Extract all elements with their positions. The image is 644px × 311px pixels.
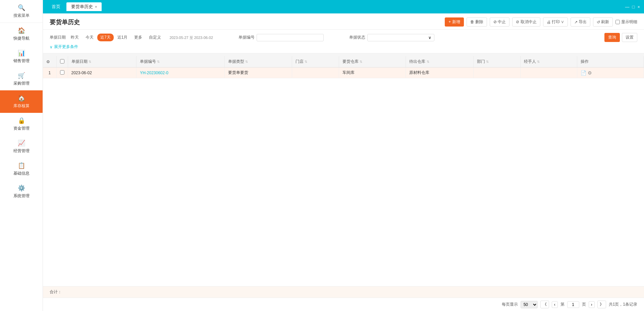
topbar-right-actions: — □ × [625, 4, 640, 9]
inventory-icon: 🏠 [18, 94, 25, 102]
date-filter-label: 单据日期 [50, 35, 66, 40]
row-department [473, 68, 520, 78]
date-btn-1month[interactable]: 近1月 [114, 34, 131, 41]
th-bill-no-label: 单据编号 [140, 59, 156, 64]
per-page-select[interactable]: 20 50 100 200 [521, 301, 538, 308]
sort-icon-req-warehouse: ⇅ [360, 60, 362, 63]
close-tab-icon[interactable]: × [95, 5, 97, 9]
expand-more-btn[interactable]: ∨ 展开更多条件 [50, 44, 637, 50]
th-pending-warehouse[interactable]: 待出仓库 ⇅ [406, 56, 473, 68]
filter-bill-no: 单据编号 [238, 34, 324, 41]
sort-icon-date: ⇅ [89, 60, 91, 63]
maximize-icon[interactable]: □ [632, 4, 635, 9]
topbar: 首页 要货单历史 × — □ × [43, 0, 644, 13]
th-store[interactable]: 门店 ⇅ [292, 56, 339, 68]
first-page-btn[interactable]: 《 [540, 301, 549, 308]
filter-bill-status: 单据状态 ∨ [349, 34, 434, 41]
toolbar: + 新增 🗑 删除 ⊘ 中止 ⊘ 取消中止 🖨 🖨 打印 打印 ∨ ↗ 导出 ↺… [445, 17, 637, 27]
stop-button[interactable]: ⊘ 中止 [490, 17, 509, 27]
page-header: 要货单历史 + 新增 🗑 删除 ⊘ 中止 ⊘ 取消中止 🖨 🖨 打印 打印 ∨ … [43, 13, 644, 30]
sidebar-item-inventory[interactable]: 🏠 库存核算 [0, 90, 43, 113]
sidebar-item-sales[interactable]: 📊 销售管理 [0, 45, 43, 68]
tab-requisition-history[interactable]: 要货单历史 × [66, 2, 102, 11]
sidebar-item-label: 库存核算 [13, 103, 30, 109]
th-date-label: 单据日期 [71, 59, 88, 64]
bill-no-label: 单据编号 [238, 35, 255, 40]
sort-icon-department: ⇅ [486, 60, 489, 63]
row-req-warehouse: 车间库 [339, 68, 406, 78]
sidebar: 🔍 搜索菜单 🏠 快捷导航 📊 销售管理 🛒 采购管理 🏠 库存核算 🔒 资金管… [0, 0, 43, 311]
date-btn-more[interactable]: 更多 [131, 34, 145, 41]
tab-home-label: 首页 [52, 4, 60, 10]
sidebar-item-finance[interactable]: 🔒 资金管理 [0, 113, 43, 135]
bill-no-link[interactable]: YH-20230602-0 [140, 71, 168, 75]
select-all-checkbox[interactable] [60, 59, 64, 63]
page-suffix: 页 [582, 302, 586, 307]
new-button[interactable]: + 新增 [445, 17, 464, 27]
date-btn-today[interactable]: 今天 [83, 34, 97, 41]
th-department-label: 部门 [477, 59, 485, 64]
th-date[interactable]: 单据日期 ⇅ [68, 56, 137, 68]
prev-page-btn[interactable]: ‹ [552, 301, 558, 308]
th-bill-type[interactable]: 单据类型 ⇅ [224, 56, 292, 68]
display-detail-checkbox[interactable] [615, 20, 620, 24]
bill-status-label: 单据状态 [349, 35, 365, 40]
row-checkbox-cell[interactable] [56, 68, 68, 78]
row-pending-warehouse: 原材料仓库 [406, 68, 473, 78]
date-btn-7days[interactable]: 近7天 [97, 34, 114, 41]
refresh-button[interactable]: ↺ 刷新 [593, 17, 613, 27]
th-handler[interactable]: 经手人 ⇅ [520, 56, 577, 68]
sidebar-item-quick-nav[interactable]: 🏠 快捷导航 [0, 23, 43, 45]
table-header: ⚙ 单据日期 ⇅ 单据编号 ⇅ [43, 56, 644, 68]
query-button[interactable]: 查询 [604, 33, 620, 42]
total-info: 共1页，1条记录 [609, 302, 637, 307]
bill-no-input[interactable] [257, 34, 324, 41]
row-bill-type: 要货单要货 [224, 68, 292, 78]
page-label: 第 [560, 302, 565, 307]
th-checkbox[interactable] [56, 56, 68, 68]
date-range-display: 2023-05-27 至 2023-06-02 [169, 35, 213, 40]
sidebar-item-label: 销售管理 [13, 58, 30, 64]
date-btn-yesterday[interactable]: 昨天 [68, 34, 82, 41]
date-quick-btns: 昨天 今天 近7天 近1月 更多 自定义 [68, 34, 164, 41]
tab-home[interactable]: 首页 [47, 2, 65, 11]
white-card: ⚙ 单据日期 ⇅ 单据编号 ⇅ [43, 56, 644, 311]
view-action-icon[interactable]: 📄 [581, 70, 586, 76]
display-detail-toggle[interactable]: 显示明细 [615, 19, 637, 25]
next-page-btn[interactable]: › [589, 301, 595, 308]
tab-active-label: 要货单历史 [71, 4, 93, 10]
th-req-warehouse[interactable]: 要货仓库 ⇅ [339, 56, 406, 68]
row-handler [520, 68, 577, 78]
bill-status-select[interactable]: ∨ [367, 34, 434, 41]
last-page-btn[interactable]: 》 [597, 301, 606, 308]
sidebar-search[interactable]: 🔍 搜索菜单 [0, 0, 43, 23]
edit-action-icon[interactable]: ⚙ [588, 70, 592, 76]
row-bill-no[interactable]: YH-20230602-0 [137, 68, 225, 78]
basic-icon: 📋 [18, 162, 25, 169]
print-button[interactable]: 🖨 🖨 打印 打印 ∨ [543, 17, 568, 27]
export-icon: ↗ [574, 20, 578, 25]
sidebar-item-system[interactable]: ⚙️ 系统管理 [0, 180, 43, 203]
row-checkbox[interactable] [60, 70, 64, 75]
sidebar-item-basic[interactable]: 📋 基础信息 [0, 158, 43, 180]
date-btn-custom[interactable]: 自定义 [146, 34, 164, 41]
th-settings[interactable]: ⚙ [43, 56, 56, 68]
th-bill-no[interactable]: 单据编号 ⇅ [137, 56, 225, 68]
sidebar-item-operation[interactable]: 📈 经营管理 [0, 135, 43, 158]
sidebar-item-purchase[interactable]: 🛒 采购管理 [0, 68, 43, 90]
current-page-input[interactable] [567, 301, 579, 308]
sidebar-item-label: 系统管理 [13, 193, 30, 199]
th-action-label: 操作 [581, 59, 589, 64]
cancel-stop-button[interactable]: ⊘ 取消中止 [512, 17, 540, 27]
row-actions: 📄 ⚙ [577, 68, 644, 78]
settings-button[interactable]: 设置 [622, 33, 637, 42]
th-pending-warehouse-label: 待出仓库 [409, 59, 425, 64]
delete-button[interactable]: 🗑 删除 [467, 17, 487, 27]
minimize-icon[interactable]: — [625, 4, 630, 9]
sidebar-item-label: 经营管理 [13, 148, 30, 154]
sort-icon-store: ⇅ [305, 60, 307, 63]
close-window-icon[interactable]: × [637, 4, 640, 9]
export-button[interactable]: ↗ 导出 [571, 17, 590, 27]
th-department[interactable]: 部门 ⇅ [473, 56, 520, 68]
operation-icon: 📈 [18, 139, 25, 147]
